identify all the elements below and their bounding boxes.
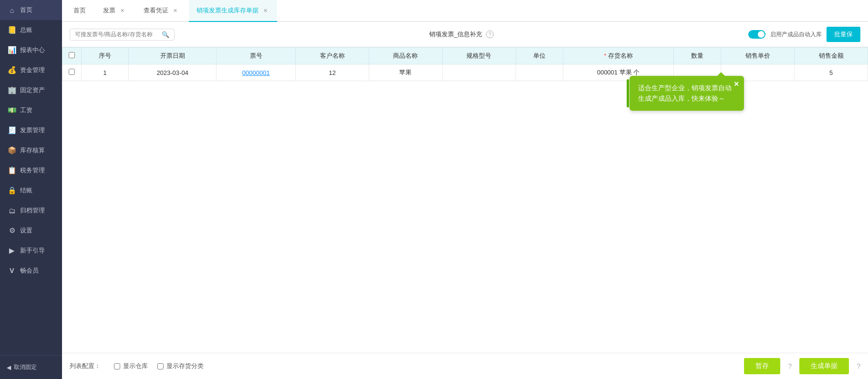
sidebar-bottom: ◀ 取消固定 <box>0 355 62 379</box>
home-icon: ⌂ <box>8 6 16 14</box>
col-unit: 单位 <box>516 48 563 64</box>
pin-left-icon: ◀ <box>7 364 11 371</box>
sidebar-item-settings[interactable]: ⚙ 设置 <box>0 221 62 241</box>
show-warehouse-checkbox[interactable] <box>114 363 120 369</box>
sidebar-item-label: 畅会员 <box>20 266 39 275</box>
sidebar-item-label: 资金管理 <box>20 66 45 74</box>
toolbar: 🔍 销项发票_信息补充 ? 启用产成品自动入库 批量保 <box>62 22 868 47</box>
sidebar-item-inventory[interactable]: 📦 库存核算 <box>0 140 62 160</box>
inventory-icon: 📦 <box>8 146 16 155</box>
sidebar-item-label: 总账 <box>20 26 32 34</box>
sidebar-item-tax[interactable]: 📋 税务管理 <box>0 160 62 180</box>
cell-spec <box>442 64 516 81</box>
search-input[interactable] <box>75 31 159 38</box>
tooltip-bar <box>627 79 629 107</box>
archive-icon: 🗂 <box>8 207 16 215</box>
col-seq: 序号 <box>82 48 129 64</box>
tab-home[interactable]: 首页 <box>66 0 93 22</box>
tab-invoice[interactable]: 发票 ✕ <box>95 0 134 22</box>
settings-icon: ⚙ <box>8 226 16 235</box>
col-spec: 规格型号 <box>442 48 516 64</box>
save-button[interactable]: 暂存 <box>744 358 780 374</box>
salary-icon: 💵 <box>8 106 16 115</box>
cell-product: 苹果 <box>369 64 443 81</box>
cancel-pin-label: 取消固定 <box>14 363 37 371</box>
auto-warehouse-toggle[interactable] <box>748 30 765 39</box>
tab-home-label: 首页 <box>73 6 86 15</box>
sidebar-item-label: 设置 <box>20 226 32 235</box>
sidebar-item-salary[interactable]: 💵 工资 <box>0 100 62 120</box>
show-category-label: 显示存货分类 <box>166 362 204 370</box>
col-stock: * 存货名称 <box>563 48 674 64</box>
tab-voucher-label: 查看凭证 <box>144 6 168 15</box>
sidebar-item-home[interactable]: ⌂ 首页 <box>0 0 62 20</box>
invoice-number-link[interactable]: 00000001 <box>242 69 270 76</box>
cell-customer: 12 <box>296 64 369 81</box>
sidebar-item-label: 工资 <box>20 106 32 115</box>
info-label: 销项发票_信息补充 <box>429 30 482 39</box>
list-config-label: 列表配置： <box>70 362 101 370</box>
tab-stock-bill[interactable]: 销项发票生成库存单据 ✕ <box>189 0 277 22</box>
page-content: 🔍 销项发票_信息补充 ? 启用产成品自动入库 批量保 <box>62 22 868 379</box>
show-category-group: 显示存货分类 <box>157 362 204 370</box>
info-hint-icon[interactable]: ? <box>486 31 494 38</box>
sidebar-item-label: 报表中心 <box>20 46 45 54</box>
sidebar-item-capital[interactable]: 💰 资金管理 <box>0 60 62 80</box>
generate-button[interactable]: 生成单据 <box>799 358 849 374</box>
sidebar: ⌂ 首页 📒 总账 📊 报表中心 💰 资金管理 🏢 固定资产 💵 工资 🧾 发票… <box>0 0 62 379</box>
generate-hint-icon[interactable]: ? <box>857 362 860 370</box>
bottom-actions: 暂存 ? 生成单据 ? <box>744 358 860 374</box>
tooltip-close-button[interactable]: ✕ <box>734 79 739 89</box>
sidebar-item-label: 发票管理 <box>20 126 45 135</box>
fixed-assets-icon: 🏢 <box>8 86 16 95</box>
sidebar-item-fixed-assets[interactable]: 🏢 固定资产 <box>0 80 62 100</box>
tab-voucher-close[interactable]: ✕ <box>171 7 179 15</box>
invoice-icon: 🧾 <box>8 126 16 135</box>
cell-amount: 5 <box>795 64 868 81</box>
sidebar-item-reports[interactable]: 📊 报表中心 <box>0 40 62 60</box>
sidebar-item-ledger[interactable]: 📒 总账 <box>0 20 62 40</box>
cell-checkbox <box>62 64 82 81</box>
tab-invoice-close[interactable]: ✕ <box>118 7 126 15</box>
sidebar-item-guide[interactable]: ▶ 新手引导 <box>0 241 62 261</box>
col-qty: 数量 <box>674 48 721 64</box>
sidebar-item-label: 新手引导 <box>20 246 45 255</box>
search-box: 🔍 <box>70 29 175 41</box>
tab-invoice-label: 发票 <box>103 6 115 15</box>
cancel-pin-button[interactable]: ◀ 取消固定 <box>0 359 62 375</box>
col-price: 销售单价 <box>721 48 795 64</box>
sidebar-item-label: 归档管理 <box>20 206 45 215</box>
table-row: 1 2023-03-04 00000001 12 苹果 000001 苹果 个 … <box>62 64 868 81</box>
tab-stock-bill-close[interactable]: ✕ <box>261 7 269 15</box>
tax-icon: 📋 <box>8 166 16 175</box>
closing-icon: 🔒 <box>8 186 16 195</box>
sidebar-item-label: 首页 <box>20 6 32 14</box>
col-customer: 客户名称 <box>296 48 369 64</box>
select-all-checkbox[interactable] <box>69 52 75 58</box>
reports-icon: 📊 <box>8 46 16 54</box>
toggle-label: 启用产成品自动入库 <box>770 31 822 39</box>
sidebar-item-closing[interactable]: 🔒 结账 <box>0 180 62 200</box>
sidebar-item-label: 库存核算 <box>20 146 45 155</box>
bottom-bar: 列表配置： 显示仓库 显示存货分类 暂存 ? 生成单据 ? <box>62 353 868 379</box>
tooltip-box: ✕ 适合生产型企业，销项发票自动生成产成品入库，快来体验～ <box>630 76 744 111</box>
row-checkbox[interactable] <box>69 69 75 75</box>
cell-unit <box>516 64 563 81</box>
show-warehouse-label: 显示仓库 <box>123 362 148 370</box>
sidebar-item-member[interactable]: V 畅会员 <box>0 261 62 281</box>
table-container: 序号 开票日期 票号 客户名称 商品名称 规格型号 单位 * 存货名称 数量 销… <box>62 47 868 353</box>
col-checkbox <box>62 48 82 64</box>
toolbar-center: 销项发票_信息补充 ? <box>180 30 743 39</box>
cell-number: 00000001 <box>217 64 296 81</box>
sidebar-item-label: 固定资产 <box>20 86 45 95</box>
save-hint-icon[interactable]: ? <box>788 362 792 370</box>
cell-seq: 1 <box>82 64 129 81</box>
show-category-checkbox[interactable] <box>157 363 164 369</box>
tab-voucher[interactable]: 查看凭证 ✕ <box>136 0 187 22</box>
sidebar-item-archive[interactable]: 🗂 归档管理 <box>0 200 62 221</box>
batch-button[interactable]: 批量保 <box>827 27 860 42</box>
sidebar-item-label: 税务管理 <box>20 166 45 175</box>
sidebar-item-invoice[interactable]: 🧾 发票管理 <box>0 120 62 140</box>
show-warehouse-group: 显示仓库 <box>114 362 148 370</box>
capital-icon: 💰 <box>8 66 16 74</box>
